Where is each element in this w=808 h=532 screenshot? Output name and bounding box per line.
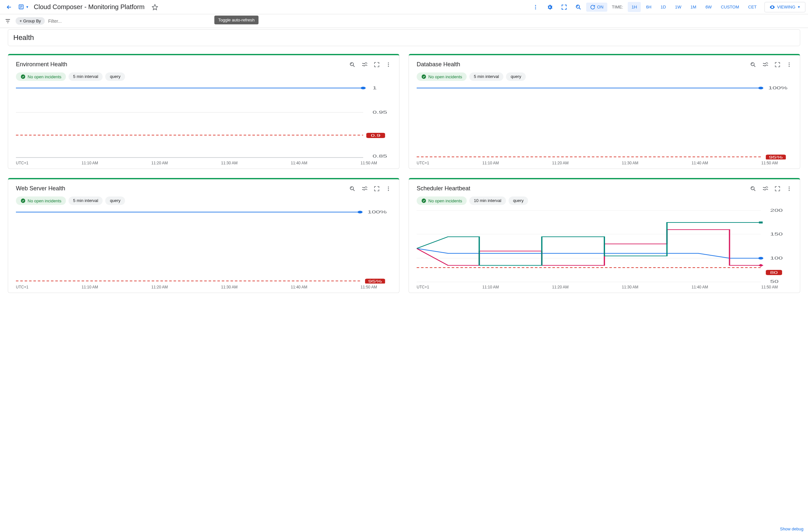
svg-rect-2: [20, 6, 22, 7]
svg-point-14: [361, 87, 366, 89]
zoom-icon[interactable]: [750, 185, 756, 192]
svg-point-24: [789, 62, 790, 63]
chart-environment[interactable]: 1 0.95 0.9 0.85: [16, 85, 391, 160]
svg-point-29: [758, 87, 763, 89]
settings-button[interactable]: [543, 1, 556, 14]
svg-point-46: [789, 186, 790, 187]
zoom-icon[interactable]: [750, 61, 756, 68]
svg-text:100%: 100%: [368, 210, 387, 214]
legend-icon[interactable]: [762, 61, 769, 68]
auto-refresh-toggle[interactable]: ON: [586, 3, 608, 12]
x-axis: UTC+111:10 AM11:20 AM11:30 AM11:40 AM11:…: [16, 285, 391, 289]
legend-icon[interactable]: [362, 61, 368, 68]
svg-point-8: [350, 62, 353, 66]
svg-rect-62: [758, 264, 763, 267]
more-icon[interactable]: [385, 61, 391, 68]
svg-text:95%: 95%: [368, 279, 382, 283]
more-menu[interactable]: [529, 1, 542, 14]
section-title: Health: [13, 34, 795, 42]
svg-point-61: [758, 257, 763, 259]
svg-text:1: 1: [372, 86, 377, 90]
interval-badge: 10 min interval: [469, 197, 506, 205]
svg-point-47: [789, 188, 790, 189]
fullscreen-icon[interactable]: [774, 185, 781, 192]
star-button[interactable]: [148, 1, 161, 14]
more-icon[interactable]: [385, 185, 391, 192]
tooltip: Toggle auto-refresh: [214, 16, 258, 24]
auto-refresh-label: ON: [597, 4, 604, 10]
dashboard: Health Environment Health No open incide…: [0, 29, 808, 301]
time-range-6w[interactable]: 6W: [701, 2, 716, 12]
chart-web-server[interactable]: 100% 95%: [16, 209, 391, 283]
interval-badge: 5 min interval: [69, 197, 103, 205]
filter-icon[interactable]: [3, 15, 13, 27]
fullscreen-icon[interactable]: [374, 61, 380, 68]
svg-point-48: [789, 190, 790, 191]
zoom-icon[interactable]: [349, 185, 355, 192]
query-badge[interactable]: query: [506, 72, 526, 81]
svg-point-9: [388, 62, 389, 63]
svg-point-5: [535, 6, 536, 7]
fullscreen-button[interactable]: [557, 1, 571, 14]
card-database-health: Database Health No open incidents 5 min …: [408, 54, 800, 169]
card-title: Database Health: [417, 61, 750, 68]
section-header: Health: [8, 29, 800, 46]
filter-input[interactable]: [48, 18, 805, 24]
card-title: Scheduler Heartbeat: [417, 185, 750, 192]
svg-point-40: [357, 211, 363, 214]
incidents-badge[interactable]: No open incidents: [417, 197, 467, 205]
time-range-6h[interactable]: 6H: [642, 2, 655, 12]
time-range-1m[interactable]: 1M: [686, 2, 700, 12]
viewing-label: VIEWING: [777, 4, 795, 10]
svg-point-36: [388, 188, 389, 189]
more-icon[interactable]: [786, 61, 792, 68]
query-badge[interactable]: query: [509, 197, 528, 205]
svg-point-45: [751, 186, 754, 190]
legend-icon[interactable]: [762, 185, 769, 192]
time-range-custom[interactable]: CUSTOM: [717, 2, 743, 12]
more-icon[interactable]: [786, 185, 792, 192]
svg-text:0.85: 0.85: [372, 154, 387, 159]
legend-icon[interactable]: [362, 185, 368, 192]
chart-database[interactable]: 100% 95%: [417, 85, 792, 160]
reset-zoom-button[interactable]: [572, 1, 585, 14]
time-range-1d[interactable]: 1D: [657, 2, 670, 12]
timezone-cet[interactable]: CET: [745, 2, 760, 12]
svg-point-4: [535, 5, 536, 6]
card-scheduler-heartbeat: Scheduler Heartbeat No open incidents 10…: [408, 178, 800, 293]
time-label: TIME:: [609, 4, 626, 10]
svg-point-10: [388, 64, 389, 65]
svg-rect-3: [20, 7, 21, 7]
chart-scheduler[interactable]: 200 150 100 50 80: [417, 209, 792, 283]
query-badge[interactable]: query: [105, 197, 125, 205]
incidents-badge[interactable]: No open incidents: [417, 72, 467, 81]
svg-rect-1: [20, 5, 22, 6]
time-range-1h[interactable]: 1H: [628, 2, 641, 12]
card-title: Environment Health: [16, 61, 349, 68]
svg-point-49: [422, 199, 426, 203]
zoom-icon[interactable]: [349, 61, 355, 68]
incidents-badge[interactable]: No open incidents: [16, 197, 66, 205]
svg-text:200: 200: [770, 209, 783, 213]
fullscreen-icon[interactable]: [774, 61, 781, 68]
back-button[interactable]: [3, 1, 16, 14]
time-range-1w[interactable]: 1W: [671, 2, 685, 12]
card-environment-health: Environment Health No open incidents 5 m…: [8, 54, 400, 169]
x-axis: UTC+111:10 AM11:20 AM11:30 AM11:40 AM11:…: [417, 161, 792, 165]
svg-text:100%: 100%: [768, 86, 788, 90]
viewing-mode-button[interactable]: VIEWING ▼: [765, 2, 805, 12]
svg-point-25: [789, 64, 790, 65]
svg-point-34: [350, 186, 353, 190]
incidents-badge[interactable]: No open incidents: [16, 72, 66, 81]
topbar: ▼ Cloud Composer - Monitoring Platform O…: [0, 0, 808, 14]
fullscreen-icon[interactable]: [374, 185, 380, 192]
svg-point-35: [388, 186, 389, 187]
group-by-button[interactable]: + Group By: [16, 17, 45, 25]
svg-point-23: [751, 62, 754, 66]
svg-text:50: 50: [770, 279, 779, 283]
dashboard-dropdown[interactable]: ▼: [17, 1, 30, 14]
filterbar: + Group By: [0, 14, 808, 28]
svg-point-11: [388, 66, 389, 67]
query-badge[interactable]: query: [105, 72, 125, 81]
svg-text:100: 100: [770, 256, 783, 260]
